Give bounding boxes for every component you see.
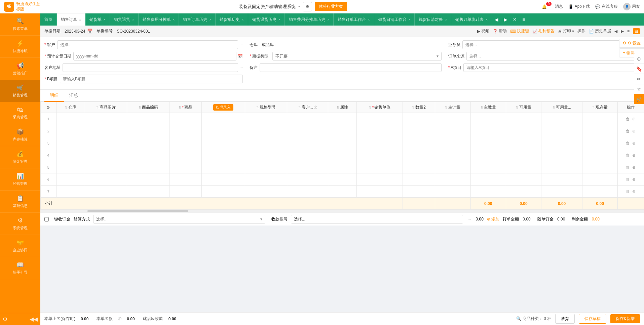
tab-close-8[interactable]: × [327,18,329,22]
sidebar-item-9[interactable]: ⚙系统管理 [0,213,40,235]
online-service-item[interactable]: 💬 在线客服 [595,4,618,9]
sidebar-item-1[interactable]: ⚡快捷导航 [0,36,40,58]
cell-avail2-5[interactable] [541,161,582,173]
right-icon-2[interactable]: 🔖 [634,64,644,74]
cell-avail1-7[interactable] [506,186,541,198]
cell-mainunit-4[interactable] [435,149,470,161]
cell-code-4[interactable] [127,149,169,161]
cell-name-6[interactable] [169,173,201,186]
cell-img-5[interactable] [85,161,127,173]
cell-img-4[interactable] [85,149,127,161]
tab-next-btn[interactable]: ▶ [501,17,510,22]
tab-item-4[interactable]: 销售费用分摊单× [139,13,179,26]
calendar-icon[interactable]: 📅 [87,29,92,34]
cell-warehouse-7[interactable] [56,186,85,198]
sidebar-item-2[interactable]: 📢营销推广 [0,58,40,80]
row-delete-3[interactable]: 🗑 [626,141,630,146]
tab-item-7[interactable]: 销货退货历史× [248,13,285,26]
tab-close-2[interactable]: × [104,18,106,22]
cell-qty2-7[interactable] [403,186,435,198]
cell-unit-5[interactable] [357,161,403,173]
cell-avail2-4[interactable] [541,149,582,161]
a-project-input[interactable] [463,63,640,72]
sidebar-item-10[interactable]: 🤝企业协同 [0,235,40,238]
cell-unit-1[interactable] [357,113,403,125]
tab-item-6[interactable]: 销货单历史× [216,13,248,26]
cell-mainqty-7[interactable] [470,186,506,198]
cell-attr-2[interactable] [328,125,357,137]
cell-mainunit-7[interactable] [435,186,470,198]
tab-close-10[interactable]: × [409,18,411,22]
cell-name-7[interactable] [169,186,201,198]
cell-mainunit-5[interactable] [435,161,470,173]
cell-unit-2[interactable] [357,125,403,137]
cell-attr-3[interactable] [328,137,357,149]
tab-item-5[interactable]: 销售订单历史× [179,13,216,26]
cell-qty2-6[interactable] [403,173,435,186]
cell-scan-5[interactable] [202,161,245,173]
tab-menu-btn[interactable]: ≡ [520,17,528,22]
cell-avail2-7[interactable] [541,186,582,198]
print-dropdown-icon[interactable]: ▾ [572,29,574,34]
cell-img-2[interactable] [85,125,127,137]
cell-custcode-4[interactable] [287,149,328,161]
right-icon-5[interactable]: 🛒 [634,94,644,104]
cell-code-5[interactable] [127,161,169,173]
tab-item-2[interactable]: 销货单× [85,13,110,26]
tab-item-8[interactable]: 销售费用分摊单历史× [285,13,334,26]
cell-warehouse-4[interactable] [56,149,85,161]
add-payment-btn[interactable]: ⊕ 添加 [487,216,499,222]
tab-close-11[interactable]: × [445,18,447,22]
date-value[interactable]: 2023-03-24 [65,29,85,34]
app-download-item[interactable]: 📱 App下载 [568,4,590,9]
row-copy-7[interactable]: ⊕ [632,189,636,194]
payment-method-select[interactable]: 选择... ▾ [93,215,265,224]
right-icon-3[interactable]: ✏ [634,74,644,84]
cell-spec-7[interactable] [245,186,287,198]
cell-spec-2[interactable] [245,125,287,137]
cell-avail1-1[interactable] [506,113,541,125]
setup-panel-btn[interactable]: ⚙ ⚙ 设置 [619,39,644,48]
cell-custcode-1[interactable] [287,113,328,125]
cell-unit-3[interactable] [357,137,403,149]
help-btn[interactable]: ❓ 帮助 [493,28,507,34]
cell-scan-3[interactable] [202,137,245,149]
cell-scan-4[interactable] [202,149,245,161]
solution-button[interactable]: 体验行业方案 [315,2,347,11]
cell-spec-3[interactable] [245,137,287,149]
address-input[interactable] [63,63,238,72]
cell-code-3[interactable] [127,137,169,149]
sidebar-item-0[interactable]: 🔍搜索菜单 [0,13,40,36]
tab-close-6[interactable]: × [242,18,244,22]
cell-custcode-6[interactable] [287,173,328,186]
cell-qty2-5[interactable] [403,161,435,173]
tab-item-0[interactable]: 首页 [40,13,57,26]
history-btn[interactable]: 📄 历史单据 [589,28,611,34]
cell-stock-1[interactable] [582,113,618,125]
delivery-input[interactable] [73,52,236,60]
cell-name-1[interactable] [169,113,201,125]
cell-warehouse-5[interactable] [56,161,85,173]
list-view-btn[interactable]: ≡ [627,29,630,34]
cell-avail1-5[interactable] [506,161,541,173]
row-delete-6[interactable]: 🗑 [626,177,630,182]
cell-custcode-3[interactable] [287,137,328,149]
cell-avail2-6[interactable] [541,173,582,186]
cell-mainqty-5[interactable] [470,161,506,173]
cell-mainunit-6[interactable] [435,173,470,186]
shortcut-btn[interactable]: ⌨ 快捷键 [510,28,529,34]
sidebar-item-8[interactable]: 📋基础信息 [0,191,40,213]
salesperson-input[interactable] [462,40,635,49]
address-more-icon[interactable]: ··· [239,65,243,70]
tab-detail[interactable]: 明细 [44,90,64,102]
row-copy-2[interactable]: ⊕ [632,129,636,133]
cell-avail2-1[interactable] [541,113,582,125]
scrollbar-area[interactable] [40,210,644,212]
cell-mainqty-6[interactable] [470,173,506,186]
cell-qty2-1[interactable] [403,113,435,125]
tab-prev-btn[interactable]: ◀ [492,17,501,22]
preview-btn[interactable]: ▶ 视频 [477,28,489,34]
cell-spec-6[interactable] [245,173,287,186]
tab-item-1[interactable]: 销售订单× [57,13,85,26]
invoice-select[interactable]: 不开票 ▾ [272,52,441,60]
